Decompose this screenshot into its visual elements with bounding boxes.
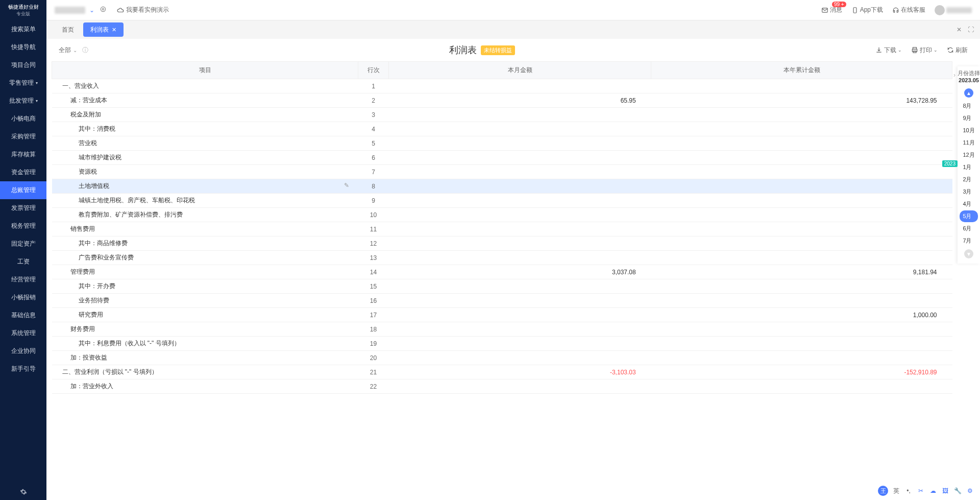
month-nav-up[interactable]: ▲ <box>964 88 973 98</box>
filter-dropdown[interactable]: 全部 ⌄ ⓘ <box>59 46 88 55</box>
table-row[interactable]: 税金及附加3 <box>52 108 952 122</box>
table-row[interactable]: 财务费用18 <box>52 322 952 337</box>
tab-home[interactable]: 首页 <box>55 22 81 37</box>
gear-icon[interactable] <box>20 488 27 497</box>
cloud-sync-icon[interactable]: ☁ <box>929 487 937 495</box>
table-row[interactable]: 广告费和业务宣传费13 <box>52 251 952 265</box>
month-item[interactable]: 6月 <box>960 223 977 234</box>
month-item[interactable]: 2月 <box>960 174 977 185</box>
table-row[interactable]: 销售费用11 <box>52 222 952 236</box>
sidebar-item[interactable]: 总账管理 <box>0 181 46 199</box>
ime-punct-icon[interactable]: •, <box>904 487 913 495</box>
online-service-button[interactable]: 在线客服 <box>892 6 925 14</box>
scissors-icon[interactable]: ✂ <box>917 487 925 495</box>
table-row[interactable]: 营业税5 <box>52 136 952 151</box>
table-row[interactable]: 城镇土地使用税、房产税、车船税、印花税9 <box>52 194 952 208</box>
help-icon[interactable]: ⓘ <box>82 46 88 55</box>
refresh-button[interactable]: 刷新 <box>947 46 968 55</box>
month-nav-down[interactable]: ▼ <box>964 249 973 258</box>
year-amount-cell <box>651 208 952 222</box>
chevron-down-icon: ⌄ <box>89 7 94 14</box>
tab-close-icon[interactable]: ✕ <box>112 27 116 33</box>
tool-icon[interactable]: 🔧 <box>953 487 962 495</box>
sidebar-item[interactable]: 小畅电商 <box>0 110 46 128</box>
sidebar-item[interactable]: 税务管理 <box>0 217 46 235</box>
print-button[interactable]: 打印 ⌄ <box>911 46 938 55</box>
table-row[interactable]: 其中：商品维修费12 <box>52 236 952 251</box>
month-item[interactable]: 8月 <box>960 100 977 112</box>
item-cell: 财务费用 <box>52 322 358 337</box>
org-selector[interactable]: ⌄ <box>55 7 94 14</box>
table-row[interactable]: 其中：消费税4 <box>52 122 952 136</box>
table-row[interactable]: 管理费用143,037.089,181.94 <box>52 265 952 279</box>
table-row[interactable]: 加：营业外收入22 <box>52 379 952 394</box>
picture-icon[interactable]: 🖼 <box>941 487 949 495</box>
month-item[interactable]: 7月 <box>960 235 977 247</box>
table-row[interactable]: 一、营业收入1 <box>52 79 952 93</box>
sidebar-item[interactable]: 搜索菜单 <box>0 20 46 38</box>
sidebar-item[interactable]: 资金管理 <box>0 163 46 181</box>
expand-panel-icon[interactable]: › <box>953 72 955 79</box>
table-row[interactable]: 其中：开办费15 <box>52 279 952 294</box>
table-row[interactable]: 研究费用171,000.00 <box>52 308 952 322</box>
table-row[interactable]: 减：营业成本265.95143,728.95 <box>52 93 952 108</box>
sidebar-item[interactable]: 企业协同 <box>0 342 46 360</box>
table-row[interactable]: 其中：利息费用（收入以 "-" 号填列）19 <box>52 337 952 351</box>
sidebar-item[interactable]: 基础信息 <box>0 306 46 324</box>
sidebar-item[interactable]: 小畅报销 <box>0 289 46 306</box>
sidebar-item[interactable]: 零售管理▾ <box>0 74 46 92</box>
month-amount-cell: -3,103.03 <box>389 365 651 379</box>
year-amount-cell <box>651 194 952 208</box>
month-item[interactable]: 3月 <box>960 186 977 198</box>
item-cell: 管理费用 <box>52 265 358 279</box>
close-all-icon[interactable]: ✕ <box>957 26 962 33</box>
settings-header-icon[interactable] <box>100 6 107 14</box>
sidebar-item[interactable]: 发票管理 <box>0 199 46 217</box>
sidebar-item[interactable]: 采购管理 <box>0 128 46 146</box>
sidebar-item[interactable]: 批发管理▾ <box>0 92 46 110</box>
sidebar-item[interactable]: 库存核算 <box>0 146 46 163</box>
ime-lang[interactable]: 英 <box>892 487 900 495</box>
month-amount-cell <box>389 136 651 151</box>
sidebar-item[interactable]: 快捷导航 <box>0 38 46 56</box>
month-item[interactable]: 10月 <box>960 125 977 136</box>
user-menu[interactable] <box>935 5 972 15</box>
month-item[interactable]: 1月 <box>960 161 977 173</box>
app-download-button[interactable]: App下载 <box>851 6 883 14</box>
headset-icon <box>892 7 899 14</box>
download-button[interactable]: 下载 ⌄ <box>875 46 902 55</box>
sidebar-item[interactable]: 经营管理 <box>0 271 46 289</box>
table-row[interactable]: 教育费附加、矿产资源补偿费、排污费10 <box>52 208 952 222</box>
ime-indicator[interactable]: 王 <box>878 486 888 496</box>
tab-profit-report[interactable]: 利润表 ✕ <box>83 22 124 37</box>
demo-link[interactable]: 我要看实例演示 <box>117 6 169 14</box>
table-row[interactable]: 业务招待费16 <box>52 294 952 308</box>
year-amount-cell <box>651 251 952 265</box>
month-item[interactable]: 12月 <box>960 149 977 161</box>
sidebar-item[interactable]: 项目合同 <box>0 56 46 74</box>
table-row[interactable]: 二、营业利润（亏损以 "-" 号填列）21-3,103.03-152,910.8… <box>52 365 952 379</box>
sidebar-item[interactable]: 新手引导 <box>0 360 46 378</box>
fullscreen-icon[interactable]: ⛶ <box>968 26 974 33</box>
edit-icon[interactable]: ✎ <box>344 182 349 189</box>
month-item[interactable]: 5月 <box>960 210 977 222</box>
row-num-cell: 3 <box>358 108 389 122</box>
table-row[interactable]: 资源税7 <box>52 165 952 179</box>
messages-button[interactable]: 消息 99 + <box>821 6 842 14</box>
year-amount-cell <box>651 136 952 151</box>
sidebar-item[interactable]: 工资 <box>0 253 46 271</box>
month-item[interactable]: 11月 <box>960 137 977 149</box>
year-amount-cell <box>651 151 952 165</box>
settings-icon[interactable]: ⚙ <box>966 487 974 495</box>
sidebar-item[interactable]: 系统管理 <box>0 324 46 342</box>
table-row[interactable]: 土地增值税✎8 <box>52 179 952 194</box>
year-amount-cell <box>651 337 952 351</box>
row-num-cell: 18 <box>358 322 389 337</box>
month-item[interactable]: 4月 <box>960 198 977 210</box>
sidebar-item[interactable]: 固定资产 <box>0 235 46 253</box>
table-row[interactable]: 加：投资收益20 <box>52 351 952 365</box>
table-row[interactable]: 城市维护建设税6 <box>52 151 952 165</box>
month-amount-cell <box>389 236 651 251</box>
month-item[interactable]: 9月 <box>960 112 977 124</box>
month-amount-cell <box>389 337 651 351</box>
